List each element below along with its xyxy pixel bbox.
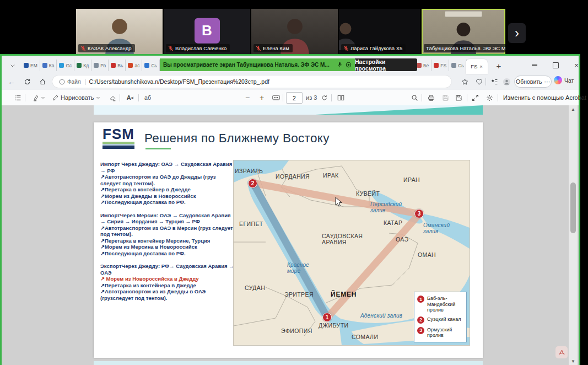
pinned-tab[interactable]: Gс [57,60,74,71]
legend-marker-number: 3 [417,327,424,334]
toc-icon[interactable] [13,93,23,103]
next-participants-button[interactable]: › [508,23,526,43]
map-label: ИЗРАИЛЬ [235,168,263,174]
close-tab-icon[interactable]: × [479,63,483,69]
text-tool-icon[interactable]: аб [143,93,153,103]
new-tab-button[interactable]: + [493,60,504,71]
participant-name-label: Табунщикова Наталья. ЭФ ЭС Ма... [424,44,505,52]
map-label: Красное море [287,262,309,274]
map-label: Аденский залив [360,313,402,319]
tab-search-chevron-button[interactable] [7,60,18,71]
scroll-down-arrow[interactable]: ▼ [569,357,578,365]
divider [283,94,283,101]
highlighter-icon[interactable] [30,93,40,103]
map-label: ИРАН [403,177,420,183]
slide-title: Решения по Ближнему Востоку [144,131,330,146]
pdf-page-2: FSM Решения по Ближнему Востоку Импорт Ч… [94,122,483,358]
gear-icon[interactable] [484,93,494,103]
close-icon: × [574,61,579,69]
route-text: Импорт Через Джедду: ОАЭ → Саудовская Ар… [100,161,237,308]
route-line: ИмпортЧерез Мерсин: ОАЭ → Саудовская Ара… [100,212,237,225]
map-label: ЙЕМЕН [331,292,357,298]
map-label: ДЖИБУТИ [319,323,348,329]
legend-item: 2 Суэцкий канал [417,316,463,324]
avatar: В [195,18,220,43]
active-tab-pdf[interactable]: FS × [466,59,488,74]
map-marker-3: 3 [414,209,424,218]
pdf-page-1-bottom [94,105,483,115]
save-icon[interactable] [440,93,450,103]
route-line: ↗Автотранспортом из ОАЭ до Джедды (груз … [100,174,237,186]
pinned-tab[interactable]: Вь [109,60,126,71]
copilot-chat-button[interactable]: Чат [554,76,574,84]
favorites-hub-icon[interactable] [489,76,500,87]
divider [120,94,120,101]
fit-width-icon[interactable] [271,93,281,103]
scrollbar-thumb[interactable] [570,182,576,233]
map-label: ИРАК [323,173,339,179]
browser-essentials-icon[interactable] [473,76,484,87]
scroll-up-arrow[interactable]: ▲ [569,105,578,113]
close-window-button[interactable]: × [568,59,585,71]
maximize-icon [553,62,559,68]
read-aloud-icon[interactable]: A˂ [125,93,135,103]
participant-name-label: КАЗАК Александр [78,44,135,52]
route-paragraph: ЭкспортЧерез Джедду: РФ→ Саудовская Арав… [100,263,237,301]
page-number-input[interactable]: 2 [286,92,303,104]
zoom-in-icon[interactable]: + [257,93,267,103]
expand-icon[interactable] [470,93,480,103]
view-settings-button[interactable]: Настройки просмотра [355,58,417,71]
maximize-button[interactable] [547,59,564,71]
more-menu-icon[interactable]: ⋯ [544,78,551,85]
update-browser-button[interactable]: Обновить ⋯ [514,76,552,88]
pinned-tab[interactable]: ЕМ [21,60,40,71]
favorite-star-icon[interactable] [459,76,470,87]
tab-strip: ЕМ Ка Gс Кд [2,57,579,73]
divider [331,94,332,101]
pinned-tab[interactable]: Сь [449,60,467,71]
tab-favicon [94,63,99,68]
route-paragraph: ИмпортЧерез Мерсин: ОАЭ → Саудовская Ара… [100,212,237,257]
acrobat-extension-button[interactable] [555,346,568,358]
search-icon[interactable] [409,93,419,103]
eraser-icon[interactable] [107,93,117,103]
chevron-down-icon[interactable] [95,93,101,103]
pdf-scrollbar[interactable]: ▲ ▼ [569,105,578,365]
pinned-tab[interactable]: Кд [74,60,91,71]
tab-favicon [111,63,116,68]
draw-label[interactable]: Нарисовать [61,94,94,101]
pinned-tab[interactable]: Ка [40,60,57,71]
video-tile-larisa[interactable]: Лариса Гайдукова X5 [339,9,420,55]
save-as-icon[interactable] [454,93,463,103]
route-line: ↗Последующая доставка по РФ. [100,250,237,257]
video-tile-kazak[interactable]: КАЗАК Александр [76,9,163,55]
pinned-tab[interactable]: Сь [142,60,160,71]
video-tile-tabunshchikova-active-speaker[interactable]: Табунщикова Наталья. ЭФ ЭС Ма... [422,9,505,55]
route-line: ↗Морем из Джедды в Новороссийск [100,193,237,200]
back-icon[interactable]: ← [6,76,17,87]
tab-favicon [42,63,47,68]
video-tile-elena[interactable]: Елена Ким [251,9,338,55]
refresh-icon[interactable] [21,76,33,87]
pinned-tab[interactable]: Ра [91,60,109,71]
pinned-tab[interactable]: FS [431,60,449,71]
video-tile-vladislav[interactable]: В Владислав Савченко [164,9,250,55]
minimize-button[interactable] [526,59,543,71]
route-line: ↗Перетарка в контейнер в Джедде [100,186,237,193]
edit-with-acrobat-button[interactable]: Изменить с помощью Acrobat [503,94,586,101]
chevron-down-icon[interactable] [40,93,46,103]
home-icon[interactable] [37,76,48,87]
zoom-out-icon[interactable]: − [242,93,252,103]
print-icon[interactable] [426,93,436,103]
profile-avatar-icon[interactable] [501,76,512,87]
browser-window: ЕМ Ка Gс Кд [2,56,579,365]
pinned-tab[interactable]: ас [126,60,142,71]
rotate-icon[interactable] [319,93,329,103]
route-line: ↗Перетарка в контейнер Мерсине, Турция [100,238,237,244]
url-input[interactable]: Файл C:/Users/tabunshchikova.n/Desktop/F… [52,76,451,88]
page-view-icon[interactable] [336,93,346,103]
map-label: СУДАН [245,285,265,291]
route-line: ↗ Морем из Новороссийска в Джедду [100,276,237,282]
draw-pen-icon[interactable] [50,93,60,103]
tab-favicon [24,63,29,68]
